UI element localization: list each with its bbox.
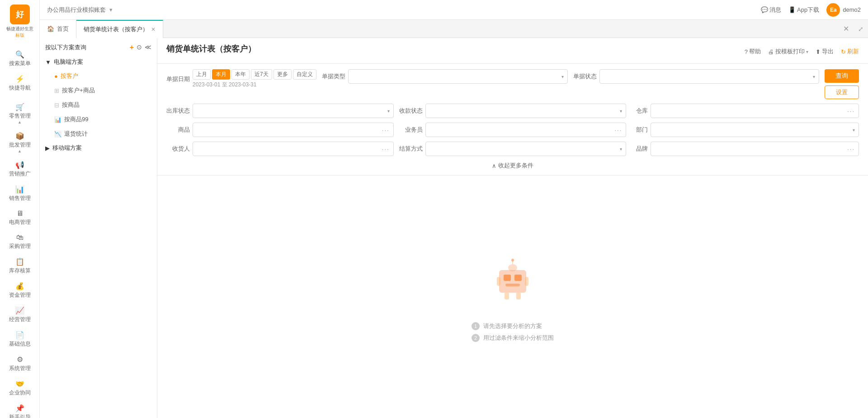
date-btn-custom[interactable]: 自定义 (293, 69, 316, 80)
date-quick-btns: 上月 本月 本年 近7天 更多 自定义 (193, 69, 316, 80)
date-btn-last7[interactable]: 近7天 (251, 69, 272, 80)
topbar-left: 办公用品行业模拟账套 ▾ (47, 6, 113, 14)
collapse-btn[interactable]: ∧ 收起更多条件 (492, 162, 533, 170)
sidebar-item-quick-nav[interactable]: ⚡ 快捷导航 (0, 71, 39, 95)
user-info[interactable]: Ea demo2 (826, 3, 861, 17)
brand-input[interactable]: ··· (651, 142, 859, 156)
sidebar-item-finance[interactable]: 💰 资金管理 (0, 278, 39, 303)
svg-rect-6 (505, 293, 509, 299)
mobile-scheme-group-header[interactable]: ▶ 移动端方案 (40, 141, 157, 155)
close-window-btn[interactable]: ✕ (839, 24, 854, 33)
warehouse-label: 仓库 (632, 107, 648, 115)
sidebar-item-basic[interactable]: 📄 基础信息 (0, 327, 39, 352)
enterprise-icon: 🤝 (15, 380, 24, 388)
bill-status-input[interactable]: ▾ (599, 69, 819, 84)
sidebar: 好 畅捷通好生意标版 🔍 搜索菜单 ⚡ 快捷导航 🛒 零售管理 ▲ 📦 批发管理… (0, 0, 40, 418)
payment-method-field: 结算方式 ▾ (399, 142, 627, 156)
recipient-dots: ··· (382, 146, 390, 152)
refresh-label: 刷新 (847, 48, 859, 56)
bill-status-field: 单据状态 ▾ (573, 69, 819, 84)
print-btn[interactable]: 🖨 按模板打印 ▾ (768, 48, 808, 56)
filter-panel: 按以下方案查询 + ⊙ ≪ ▼ 电脑端方案 ● 按客户 (40, 38, 157, 418)
salesperson-input[interactable]: ··· (425, 123, 627, 137)
export-btn[interactable]: ⬆ 导出 (816, 48, 834, 56)
desktop-triangle-icon: ▼ (45, 59, 51, 66)
print-arrow: ▾ (806, 49, 808, 54)
sidebar-item-wholesale[interactable]: 📦 批发管理 ▲ (0, 128, 39, 157)
sidebar-item-sys[interactable]: ⚙ 系统管理 (0, 352, 39, 376)
user-name: demo2 (843, 6, 861, 13)
date-btn-this-year[interactable]: 本年 (231, 69, 250, 80)
step2-circle: 2 (472, 334, 480, 342)
edit-scheme-btn[interactable]: ⊙ (137, 43, 142, 52)
maximize-btn[interactable]: ⤢ (854, 25, 868, 33)
app-download-btn[interactable]: 📱 App下载 (788, 6, 819, 14)
sidebar-item-enterprise[interactable]: 🤝 企业协同 (0, 376, 39, 400)
sidebar-item-retail[interactable]: 🛒 零售管理 ▲ (0, 99, 39, 128)
goods-input[interactable]: ··· (193, 123, 394, 137)
sales-icon: 📊 (15, 185, 24, 194)
sidebar-item-ops[interactable]: 📈 经营管理 (0, 303, 39, 327)
inventory-icon: 📋 (15, 257, 24, 266)
date-btn-this-month[interactable]: 本月 (212, 69, 230, 80)
sidebar-item-sales[interactable]: 📊 销售管理 (0, 181, 39, 206)
app-logo: 好 畅捷通好生意标版 (0, 0, 39, 43)
sidebar-item-guide[interactable]: 📌 新手引导 (0, 400, 39, 418)
out-status-label: 出库状态 (166, 107, 190, 115)
form-row-2: 出库状态 ▾ 收款状态 ▾ 仓库 (166, 104, 859, 118)
export-label: 导出 (822, 48, 834, 56)
sidebar-item-label: 经营管理 (9, 316, 31, 323)
sidebar-item-marketing[interactable]: 📢 营销推广 (0, 157, 39, 181)
payment-method-input[interactable]: ▾ (425, 142, 627, 156)
payment-status-input[interactable]: ▾ (425, 104, 627, 118)
add-scheme-btn[interactable]: + (130, 43, 134, 52)
message-btn[interactable]: 💬 消息 (761, 6, 781, 14)
by-goods-icon: ⊟ (54, 102, 59, 109)
sidebar-item-ecommerce[interactable]: 🖥 电商管理 (0, 206, 39, 230)
tab-sales-stat-label: 销货单统计表（按客户） (84, 25, 148, 33)
filter-panel-title: 按以下方案查询 (45, 43, 86, 52)
sidebar-item-search-menu[interactable]: 🔍 搜索菜单 (0, 47, 39, 71)
scheme-by-customer[interactable]: ● 按客户 (40, 69, 157, 83)
app-download-label: App下载 (797, 6, 819, 14)
sidebar-item-label: 销售管理 (9, 195, 31, 202)
recipient-input[interactable]: ··· (193, 142, 394, 156)
sidebar-item-label: 企业协同 (9, 389, 31, 397)
warehouse-input[interactable]: ··· (651, 104, 859, 118)
scheme-return-stat[interactable]: 📉 退货统计 (40, 127, 157, 141)
collapse-icon: ∧ (492, 162, 496, 169)
ops-icon: 📈 (15, 306, 24, 315)
sidebar-item-purchase[interactable]: 🛍 采购管理 (0, 230, 39, 254)
refresh-btn[interactable]: ↻ 刷新 (841, 48, 859, 56)
setting-button[interactable]: 设置 (825, 86, 859, 99)
date-btn-last-month[interactable]: 上月 (193, 69, 211, 80)
salesperson-dots: ··· (615, 127, 623, 133)
svg-rect-1 (504, 275, 511, 281)
tab-home[interactable]: 🏠 首页 (40, 20, 76, 38)
industry-dropdown-icon[interactable]: ▾ (109, 6, 113, 13)
help-btn[interactable]: ? 帮助 (745, 48, 761, 56)
department-input[interactable]: ▾ (651, 123, 859, 137)
svg-rect-2 (514, 275, 522, 281)
goods-label: 商品 (166, 126, 190, 134)
tab-sales-stat[interactable]: 销货单统计表（按客户） ✕ (76, 20, 163, 38)
sidebar-item-label: 基础信息 (9, 340, 31, 348)
scheme-by-customer-goods[interactable]: ⊞ 按客户+商品 (40, 83, 157, 98)
scheme-by-goods-99[interactable]: 📊 按商品99 (40, 112, 157, 127)
out-status-input[interactable]: ▾ (193, 104, 394, 118)
desktop-scheme-group-header[interactable]: ▼ 电脑端方案 (40, 55, 157, 69)
date-range: 2023-03-01 至 2023-03-31 (193, 81, 316, 89)
tab-close-btn[interactable]: ✕ (151, 26, 156, 33)
payment-status-field: 收款状态 ▾ (399, 104, 627, 118)
empty-illustration (486, 252, 540, 308)
logo-text: 畅捷通好生意标版 (6, 26, 33, 38)
bill-type-input[interactable]: ▾ (348, 69, 568, 84)
date-btn-more[interactable]: 更多 (274, 69, 292, 80)
sidebar-item-label: 快捷导航 (9, 84, 31, 92)
svg-point-8 (508, 264, 517, 271)
query-button[interactable]: 查询 (825, 69, 859, 83)
collapse-panel-btn[interactable]: ≪ (145, 43, 151, 52)
scheme-by-goods[interactable]: ⊟ 按商品 (40, 98, 157, 112)
sidebar-item-inventory[interactable]: 📋 库存核算 (0, 254, 39, 278)
svg-rect-0 (499, 270, 526, 293)
